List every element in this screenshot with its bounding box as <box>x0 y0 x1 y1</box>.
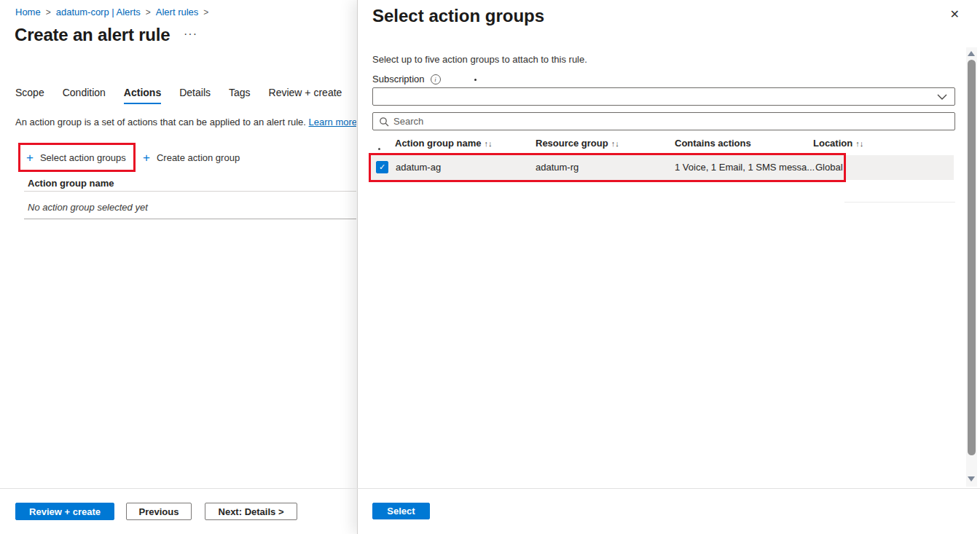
select-all-dot <box>378 148 380 150</box>
tab-condition[interactable]: Condition <box>63 87 106 104</box>
create-action-group-button[interactable]: + Create action group <box>143 143 240 172</box>
breadcrumb-home-link[interactable]: Home <box>15 7 41 17</box>
action-group-row[interactable]: ✓ adatum-ag adatum-rg 1 Voice, 1 Email, … <box>371 155 954 180</box>
page-title: Create an alert rule <box>15 25 170 45</box>
table-header-divider <box>24 191 356 192</box>
required-dot <box>474 79 477 81</box>
checkmark-icon: ✓ <box>379 162 385 172</box>
column-header-contains-actions: Contains actions <box>675 138 751 149</box>
more-options-icon[interactable]: ··· <box>184 28 197 41</box>
tab-tags[interactable]: Tags <box>229 87 251 104</box>
action-groups-table-header: Action group name↑↓ Resource group↑↓ Con… <box>371 136 955 153</box>
breadcrumb-separator: > <box>141 7 156 17</box>
panel-title: Select action groups <box>372 6 544 26</box>
learn-more-link[interactable]: Learn more <box>309 117 356 127</box>
create-action-group-label: Create action group <box>157 152 240 163</box>
wizard-tabs: Scope Condition Actions Details Tags Rev… <box>15 87 342 104</box>
scrollbar-track <box>966 47 977 487</box>
tab-scope[interactable]: Scope <box>15 87 44 104</box>
breadcrumb: Home>adatum-corp | Alerts>Alert rules> <box>15 7 213 17</box>
actions-description: An action group is a set of actions that… <box>15 117 356 127</box>
action-group-name-column-header: Action group name <box>28 178 114 189</box>
footer-divider <box>0 488 980 489</box>
scroll-up-arrow-icon[interactable] <box>968 51 975 56</box>
sort-arrows-icon: ↑↓ <box>611 139 619 148</box>
breadcrumb-separator: > <box>41 7 56 17</box>
subscription-label-text: Subscription <box>372 74 425 85</box>
tab-details[interactable]: Details <box>179 87 211 104</box>
close-icon[interactable]: ✕ <box>950 9 960 20</box>
column-header-resource-group[interactable]: Resource group↑↓ <box>536 138 619 149</box>
subscription-label: Subscription i <box>372 74 441 85</box>
chevron-down-icon <box>937 93 947 101</box>
select-action-groups-panel: Select action groups ✕ Select up to five… <box>357 0 980 534</box>
cell-contains-actions: 1 Voice, 1 Email, 1 SMS messa... <box>675 162 815 173</box>
tab-actions[interactable]: Actions <box>124 87 161 104</box>
empty-state-text: No action group selected yet <box>28 202 148 213</box>
tab-review-create[interactable]: Review + create <box>269 87 342 104</box>
panel-subtitle: Select up to five action groups to attac… <box>372 54 587 65</box>
column-label: Action group name <box>395 138 481 149</box>
cell-resource-group: adatum-rg <box>536 162 579 173</box>
column-label: Location <box>813 138 852 149</box>
search-input[interactable] <box>393 113 954 130</box>
plus-icon: + <box>26 152 34 164</box>
actions-description-text: An action group is a set of actions that… <box>15 117 306 127</box>
plus-icon: + <box>143 152 150 164</box>
select-action-groups-label: Select action groups <box>40 152 126 163</box>
subscription-dropdown[interactable] <box>372 87 955 106</box>
breadcrumb-alerts-link[interactable]: adatum-corp | Alerts <box>56 7 141 17</box>
select-action-groups-button[interactable]: + Select action groups <box>26 143 126 172</box>
wizard-footer: Review + create Previous Next: Details > <box>15 503 297 520</box>
info-icon[interactable]: i <box>431 74 441 85</box>
azure-portal-screen: Home>adatum-corp | Alerts>Alert rules> C… <box>0 0 980 534</box>
scrollbar-thumb[interactable] <box>968 60 976 455</box>
column-header-location[interactable]: Location↑↓ <box>813 138 863 149</box>
column-header-action-group-name[interactable]: Action group name↑↓ <box>395 138 492 149</box>
table-bottom-divider <box>24 219 356 219</box>
column-label: Contains actions <box>675 138 751 149</box>
search-icon <box>379 117 389 127</box>
cell-action-group-name: adatum-ag <box>396 162 441 173</box>
create-alert-rule-page: Home>adatum-corp | Alerts>Alert rules> C… <box>0 0 357 534</box>
review-create-button[interactable]: Review + create <box>15 503 114 520</box>
next-details-button[interactable]: Next: Details > <box>205 503 297 520</box>
row-checkbox[interactable]: ✓ <box>376 161 388 173</box>
select-button[interactable]: Select <box>372 503 430 519</box>
previous-button[interactable]: Previous <box>126 503 192 520</box>
search-box <box>372 112 955 130</box>
breadcrumb-alert-rules-link[interactable]: Alert rules <box>156 7 199 17</box>
sort-arrows-icon: ↑↓ <box>484 139 492 148</box>
cell-location: Global <box>815 162 843 173</box>
column-label: Resource group <box>536 138 608 149</box>
scroll-down-arrow-icon[interactable] <box>968 476 975 482</box>
breadcrumb-separator: > <box>198 7 213 17</box>
list-divider <box>844 202 955 203</box>
sort-arrows-icon: ↑↓ <box>855 139 863 148</box>
